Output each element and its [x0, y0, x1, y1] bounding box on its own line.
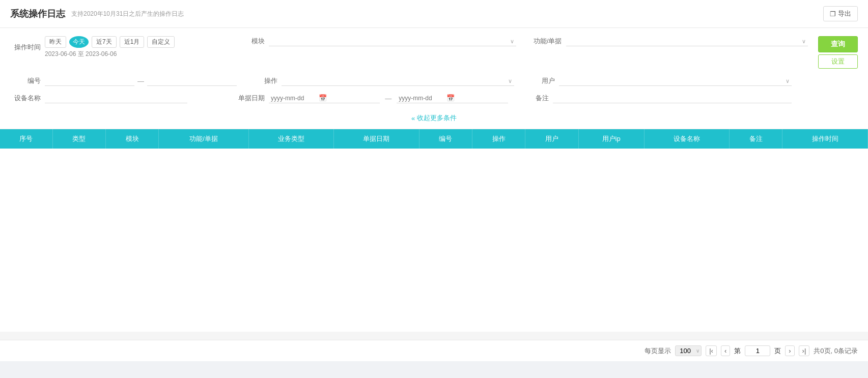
remark-label: 备注 — [518, 94, 549, 103]
number-to-input[interactable] — [147, 76, 237, 86]
col-remark: 备注 — [730, 129, 782, 149]
pagination-bar: 每页显示 100 50 200 |‹ ‹ 第 页 › ›| 共0页, 0条记录 — [0, 340, 868, 361]
page-chapter-label: 第 — [734, 346, 741, 356]
time-range: 2023-06-06 至 2023-06-06 — [45, 50, 175, 59]
filter-row-3: 设备名称 单据日期 📅 — 📅 备注 — [10, 93, 858, 103]
device-filter: 设备名称 — [10, 93, 224, 103]
title-group: 系统操作日志 支持2020年10月31日之后产生的操作日志 — [10, 8, 184, 20]
number-range: — — [45, 76, 237, 86]
filter-row-1: 操作时间 昨天 今天 近7天 近1月 自定义 2023-06-06 至 2023… — [10, 36, 858, 69]
operation-select-wrapper — [282, 76, 514, 86]
col-seq: 序号 — [0, 129, 52, 149]
export-button[interactable]: ❐ 导出 — [823, 6, 858, 21]
number-label: 编号 — [10, 76, 41, 85]
first-page-button[interactable]: |‹ — [706, 345, 717, 356]
number-dash: — — [137, 77, 144, 85]
user-select[interactable] — [559, 76, 792, 86]
user-select-wrapper — [559, 76, 792, 86]
module-select[interactable] — [269, 36, 516, 46]
next-page-button[interactable]: › — [785, 345, 794, 356]
time-filter-group: 昨天 今天 近7天 近1月 自定义 2023-06-06 至 2023-06-0… — [45, 36, 175, 59]
date-dash: — — [385, 95, 391, 102]
last-page-button[interactable]: ›| — [799, 345, 810, 356]
module-filter: 模块 — [234, 36, 516, 46]
module-select-wrapper — [269, 36, 516, 46]
user-filter: 用户 — [524, 76, 792, 86]
col-user-ip: 用户ip — [578, 129, 644, 149]
time-label: 操作时间 — [10, 43, 41, 52]
col-operation: 操作 — [472, 129, 525, 149]
device-label: 设备名称 — [10, 94, 41, 103]
module-label: 模块 — [234, 37, 265, 46]
filter-area: 操作时间 昨天 今天 近7天 近1月 自定义 2023-06-06 至 2023… — [0, 28, 868, 129]
col-business-type: 业务类型 — [248, 129, 333, 149]
page-number-input[interactable] — [745, 345, 770, 356]
remark-input[interactable] — [553, 93, 792, 103]
date-from-box: 📅 — [269, 93, 380, 103]
date-range-wrapper: 📅 — 📅 — [269, 93, 508, 103]
date-from-input[interactable] — [271, 95, 317, 102]
operation-select[interactable] — [282, 76, 514, 86]
time-btn-7days[interactable]: 近7天 — [92, 36, 117, 48]
collapse-label: 收起更多条件 — [417, 113, 457, 123]
function-filter: 功能/单据 — [526, 36, 808, 46]
date-to-box: 📅 — [397, 93, 508, 103]
document-date-filter: 单据日期 📅 — 📅 — [234, 93, 508, 103]
time-btn-yesterday[interactable]: 昨天 — [45, 36, 66, 48]
table-header-row: 序号 类型 模块 功能/单据 业务类型 单据日期 编号 操作 用户 用户ip 设… — [0, 129, 868, 149]
operation-filter: 操作 — [247, 76, 514, 86]
settings-button[interactable]: 设置 — [818, 54, 858, 69]
operation-label: 操作 — [247, 76, 277, 85]
col-op-time: 操作时间 — [782, 129, 868, 149]
user-label: 用户 — [524, 76, 555, 85]
table-area: 序号 类型 模块 功能/单据 业务类型 单据日期 编号 操作 用户 用户ip 设… — [0, 129, 868, 332]
document-date-label: 单据日期 — [234, 94, 265, 103]
calendar-from-icon[interactable]: 📅 — [319, 94, 327, 102]
col-type: 类型 — [52, 129, 105, 149]
export-icon: ❐ — [830, 10, 836, 18]
time-btn-today[interactable]: 今天 — [69, 36, 89, 48]
col-doc-date: 单据日期 — [334, 129, 419, 149]
export-label: 导出 — [838, 9, 851, 18]
prev-page-button[interactable]: ‹ — [721, 345, 730, 356]
page-size-select[interactable]: 100 50 200 — [675, 345, 702, 356]
page-label: 页 — [774, 346, 781, 356]
time-buttons: 昨天 今天 近7天 近1月 自定义 — [45, 36, 175, 48]
page-size-label: 每页显示 — [645, 346, 671, 356]
page-subtitle: 支持2020年10月31日之后产生的操作日志 — [71, 10, 184, 18]
action-buttons: 查询 设置 — [818, 36, 858, 69]
function-label: 功能/单据 — [526, 37, 562, 46]
collapse-bar[interactable]: « 收起更多条件 — [10, 110, 858, 124]
time-filter: 操作时间 昨天 今天 近7天 近1月 自定义 2023-06-06 至 2023… — [10, 36, 224, 59]
number-filter: 编号 — — [10, 76, 237, 86]
data-table: 序号 类型 模块 功能/单据 业务类型 单据日期 编号 操作 用户 用户ip 设… — [0, 129, 868, 332]
total-info: 共0页, 0条记录 — [814, 346, 858, 356]
time-btn-custom[interactable]: 自定义 — [147, 36, 175, 48]
remark-filter: 备注 — [518, 93, 792, 103]
date-to-input[interactable] — [399, 95, 444, 102]
table-header: 序号 类型 模块 功能/单据 业务类型 单据日期 编号 操作 用户 用户ip 设… — [0, 129, 868, 149]
collapse-chevron-icon: « — [411, 114, 415, 122]
filter-row-2: 编号 — 操作 用户 — [10, 76, 858, 86]
function-select-wrapper — [566, 36, 808, 46]
time-btn-1month[interactable]: 近1月 — [120, 36, 145, 48]
calendar-to-icon[interactable]: 📅 — [446, 94, 455, 102]
col-module: 模块 — [106, 129, 159, 149]
function-select[interactable] — [566, 36, 808, 46]
table-body — [0, 149, 868, 332]
number-from-input[interactable] — [45, 76, 134, 86]
col-function: 功能/单据 — [159, 129, 248, 149]
page-header: 系统操作日志 支持2020年10月31日之后产生的操作日志 ❐ 导出 — [0, 0, 868, 28]
horizontal-scrollbar[interactable] — [0, 332, 868, 340]
page-title: 系统操作日志 — [10, 8, 65, 20]
query-button[interactable]: 查询 — [818, 36, 858, 52]
device-input[interactable] — [45, 93, 187, 103]
page-size-wrapper: 100 50 200 — [675, 345, 702, 356]
col-number: 编号 — [419, 129, 472, 149]
col-device-name: 设备名称 — [644, 129, 729, 149]
col-user: 用户 — [525, 129, 578, 149]
